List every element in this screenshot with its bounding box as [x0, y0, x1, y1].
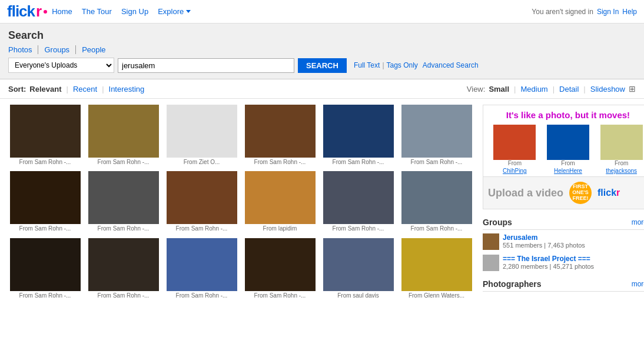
groups-more-link[interactable]: more...: [632, 218, 644, 226]
view-slideshow[interactable]: Slideshow: [590, 85, 625, 93]
photo-thumbnail: [245, 238, 316, 291]
promo-upload-area: Upload a video FIRST ONE'S FREE! flickr: [483, 176, 644, 209]
sort-recent[interactable]: Recent: [73, 85, 97, 93]
photo-caption: From Sam Rohn -...: [98, 159, 150, 165]
promo-thumb-item[interactable]: From HelenHere: [547, 125, 589, 174]
main-content: From Sam Rohn -... From Sam Rohn -... Fr…: [0, 99, 644, 306]
search-tabs: Photos Groups People: [8, 45, 636, 54]
search-button[interactable]: SEARCH: [298, 58, 347, 73]
photo-thumbnail: [167, 105, 237, 158]
search-tab-people[interactable]: People: [76, 45, 111, 54]
list-item[interactable]: From Sam Rohn -...: [321, 171, 395, 233]
nav-signup[interactable]: Sign Up: [121, 7, 148, 16]
list-item[interactable]: From Sam Rohn -...: [8, 105, 82, 166]
view-section: View: Small | Medium | Detail | Slidesho…: [467, 84, 636, 93]
photo-thumbnail: [323, 238, 394, 291]
photo-thumbnail: [401, 238, 472, 291]
list-item[interactable]: From Sam Rohn -...: [243, 238, 317, 300]
list-item[interactable]: From Sam Rohn -...: [165, 238, 238, 300]
view-detail[interactable]: Detail: [559, 85, 579, 93]
sort-interesting[interactable]: Interesting: [109, 85, 145, 93]
photo-grid: From Sam Rohn -... From Sam Rohn -... Fr…: [8, 105, 473, 300]
list-item[interactable]: From Sam Rohn -...: [321, 105, 395, 166]
photo-thumbnail: [401, 105, 472, 158]
list-item[interactable]: Jerusalem 551 members | 7,463 photos: [483, 233, 644, 250]
list-item[interactable]: From saul davis: [321, 238, 395, 300]
photo-caption: From Sam Rohn -...: [411, 225, 463, 232]
search-scope-dropdown[interactable]: Everyone's Uploads Your Contacts Your Ph…: [8, 58, 114, 73]
group-name[interactable]: Jerusalem: [503, 233, 585, 242]
promo-user-link[interactable]: thejacksons: [606, 168, 637, 174]
photo-thumbnail: [167, 238, 237, 291]
promo-upload-text[interactable]: Upload a video: [488, 187, 563, 199]
search-input[interactable]: [118, 58, 294, 73]
list-item[interactable]: From Ziet O...: [165, 105, 238, 166]
list-item[interactable]: From Sam Rohn -...: [165, 171, 238, 233]
photographers-header: Photographers more...: [483, 279, 644, 292]
search-label: Search: [8, 29, 636, 42]
search-tab-photos[interactable]: Photos: [8, 45, 38, 54]
promo-user-link[interactable]: ChihPing: [503, 168, 527, 174]
group-info: === The Israel Project === 2,280 members…: [503, 255, 594, 270]
photo-thumbnail: [323, 171, 394, 224]
photographers-title: Photographers: [483, 279, 542, 289]
group-name[interactable]: === The Israel Project ===: [503, 255, 594, 263]
list-item[interactable]: From Sam Rohn -...: [87, 105, 160, 166]
promo-thumb-item[interactable]: From thejacksons: [600, 125, 643, 174]
signin-link[interactable]: Sign In: [597, 8, 619, 16]
list-item[interactable]: === The Israel Project === 2,280 members…: [483, 255, 644, 271]
list-item[interactable]: From Glenn Waters...: [400, 238, 473, 300]
grid-options-icon[interactable]: ⊞: [629, 84, 636, 93]
list-item[interactable]: From Sam Rohn -...: [87, 171, 160, 233]
photo-thumbnail: [323, 105, 394, 158]
nav-tour[interactable]: The Tour: [82, 7, 112, 16]
photo-thumbnail: [10, 238, 81, 291]
photo-caption: From Sam Rohn -...: [411, 159, 463, 165]
explore-dropdown-icon: [186, 10, 191, 13]
photo-caption: From Ziet O...: [184, 159, 220, 165]
photo-thumbnail: [10, 171, 81, 224]
view-label: View:: [467, 85, 486, 93]
list-item[interactable]: From Sam Rohn -...: [87, 238, 160, 300]
photo-caption: From Sam Rohn -...: [333, 225, 384, 232]
main-nav: Home The Tour Sign Up Explore: [52, 7, 191, 16]
photographers-more-link[interactable]: more...: [632, 280, 644, 288]
sort-view-bar: Sort: Relevant | Recent | Interesting Vi…: [0, 79, 644, 99]
header: flickr Home The Tour Sign Up Explore You…: [0, 0, 644, 24]
promo-thumbs: From ChihPing From HelenHere From thejac…: [483, 122, 644, 176]
sort-label: Sort:: [8, 85, 26, 93]
group-icon: [483, 233, 499, 250]
list-item[interactable]: From Sam Rohn -...: [8, 171, 82, 233]
promo-user-link[interactable]: HelenHere: [554, 168, 582, 174]
photo-caption: From Sam Rohn -...: [254, 159, 306, 165]
promo-thumbnail: [600, 125, 643, 160]
search-tab-groups[interactable]: Groups: [38, 45, 76, 54]
photo-caption: From Sam Rohn -...: [19, 225, 71, 232]
help-link[interactable]: Help: [622, 8, 637, 16]
list-item[interactable]: From lapidim: [243, 171, 317, 233]
promo-thumb-item[interactable]: From ChihPing: [493, 125, 536, 174]
promo-from-label: From: [561, 160, 575, 166]
nav-explore[interactable]: Explore: [158, 7, 191, 16]
groups-title: Groups: [483, 218, 512, 227]
photo-thumbnail: [88, 171, 159, 224]
groups-header: Groups more...: [483, 218, 644, 230]
advanced-search-link[interactable]: Advanced Search: [423, 61, 479, 69]
view-medium[interactable]: Medium: [520, 85, 547, 93]
group-icon: [483, 255, 499, 271]
separator: |: [382, 61, 384, 69]
top-right-area: You aren't signed in Sign In Help: [532, 8, 637, 16]
view-small[interactable]: Small: [489, 85, 509, 93]
groups-box: Groups more... Jerusalem 551 members | 7…: [483, 218, 644, 271]
tags-only-link[interactable]: Tags Only: [387, 61, 418, 69]
full-text-link[interactable]: Full Text: [354, 61, 380, 69]
list-item[interactable]: From Sam Rohn -...: [400, 105, 473, 166]
list-item[interactable]: From Sam Rohn -...: [243, 105, 317, 166]
logo[interactable]: flickr: [7, 2, 47, 21]
photo-caption: From Sam Rohn -...: [19, 292, 71, 299]
nav-home[interactable]: Home: [52, 7, 72, 16]
list-item[interactable]: From Sam Rohn -...: [8, 238, 82, 300]
list-item[interactable]: From Sam Rohn -...: [400, 171, 473, 233]
sort-relevant[interactable]: Relevant: [29, 85, 61, 93]
promo-badge: FIRST ONE'S FREE!: [569, 182, 592, 204]
